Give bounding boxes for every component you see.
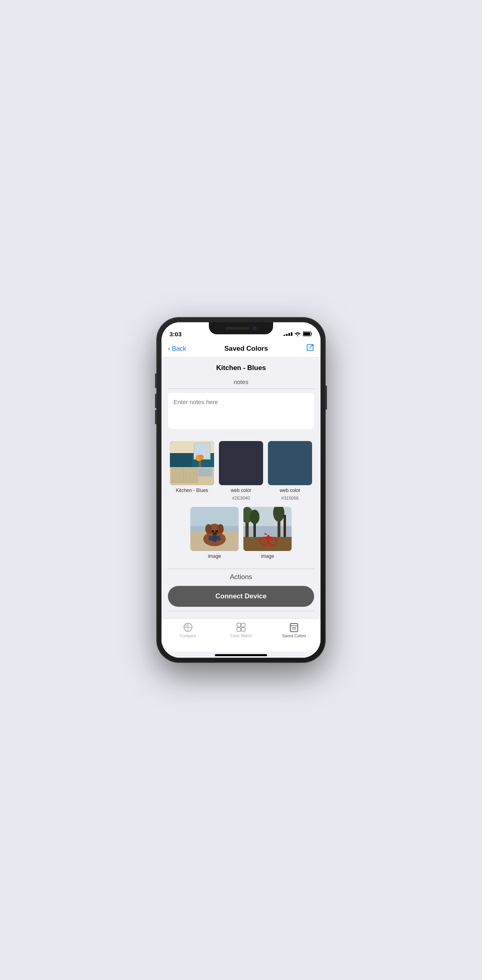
notes-divider <box>168 388 314 389</box>
tab-saved-colors[interactable]: Saved Colors <box>268 622 321 638</box>
image-item-dog[interactable]: image <box>190 507 239 559</box>
svg-rect-10 <box>185 468 197 482</box>
color-item-kitchen[interactable]: Kitchen - Blues <box>170 441 214 500</box>
kitchen-swatch <box>170 441 214 485</box>
notes-label: notes <box>168 378 314 385</box>
dog-thumb <box>190 507 239 551</box>
svg-point-0 <box>297 335 298 336</box>
status-icons <box>284 331 312 336</box>
camera <box>253 326 257 330</box>
back-label[interactable]: Back <box>172 345 186 352</box>
svg-point-26 <box>216 531 218 532</box>
signal-icon <box>284 332 292 336</box>
compare-icon <box>183 622 193 632</box>
svg-rect-12 <box>170 453 192 467</box>
color-row-1: Kitchen - Blues web color #2E3040 web co… <box>170 441 312 500</box>
tab-color-match-label: Color Match <box>230 634 252 638</box>
color-sublabel-navy: #2E3040 <box>232 496 250 500</box>
phone-frame: 3:03 <box>157 317 325 663</box>
content-area: Kitchen - Blues notes <box>161 358 321 618</box>
svg-line-48 <box>265 533 266 534</box>
screen: 3:03 <box>161 322 321 658</box>
svg-point-36 <box>250 510 259 524</box>
status-time: 3:03 <box>170 331 182 338</box>
actions-section: Actions Connect Device <box>161 565 321 618</box>
tab-bar: Compare Color Match <box>161 618 321 652</box>
actions-divider-top <box>168 569 314 569</box>
back-chevron-icon: ‹ <box>168 344 170 353</box>
actions-label: Actions <box>168 573 314 581</box>
battery-icon <box>303 331 312 336</box>
color-item-navy[interactable]: web color #2E3040 <box>219 441 263 500</box>
svg-rect-39 <box>284 515 286 537</box>
notes-section: notes <box>161 378 321 437</box>
color-item-blue[interactable]: web color #315066 <box>268 441 312 500</box>
home-indicator <box>215 654 267 656</box>
dog-image <box>190 507 239 551</box>
image-label-forest: image <box>261 553 274 559</box>
wifi-icon <box>294 331 301 336</box>
forest-image <box>243 507 292 551</box>
collection-title: Kitchen - Blues <box>161 358 321 378</box>
image-label-dog: image <box>208 553 221 559</box>
forest-thumb <box>243 507 292 551</box>
color-label-navy: web color <box>231 488 251 493</box>
nav-bar: ‹ Back Saved Colors <box>161 340 321 358</box>
image-item-forest[interactable]: image <box>243 507 292 559</box>
svg-rect-2 <box>303 332 310 335</box>
notes-input[interactable] <box>168 393 314 429</box>
svg-rect-29 <box>212 534 216 542</box>
svg-rect-50 <box>237 623 241 627</box>
actions-divider-bottom <box>168 611 314 611</box>
svg-rect-9 <box>172 468 184 482</box>
navy-swatch <box>219 441 263 485</box>
speaker <box>225 327 249 329</box>
svg-rect-52 <box>237 628 241 631</box>
tab-saved-colors-label: Saved Colors <box>282 634 306 638</box>
color-sublabel-blue: #315066 <box>282 496 299 500</box>
svg-rect-11 <box>198 468 212 476</box>
tab-compare[interactable]: Compare <box>161 622 214 638</box>
share-button[interactable] <box>306 344 314 354</box>
color-grid: Kitchen - Blues web color #2E3040 web co… <box>161 437 321 507</box>
svg-rect-53 <box>241 628 245 631</box>
notch <box>209 322 273 334</box>
color-label-kitchen: Kitchen - Blues <box>176 488 208 493</box>
tab-color-match[interactable]: Color Match <box>214 622 268 638</box>
blue-swatch <box>268 441 312 485</box>
color-label-blue: web color <box>280 488 300 493</box>
phone-screen: 3:03 <box>161 322 321 658</box>
image-row: image <box>161 507 321 565</box>
color-match-icon <box>236 622 246 632</box>
kitchen-image <box>170 441 214 485</box>
connect-device-button[interactable]: Connect Device <box>168 586 314 607</box>
svg-point-15 <box>199 455 204 460</box>
saved-colors-icon <box>289 622 299 632</box>
svg-point-25 <box>212 531 214 532</box>
back-button[interactable]: ‹ Back <box>168 344 186 353</box>
page-title-nav: Saved Colors <box>224 345 268 353</box>
svg-rect-51 <box>241 623 245 627</box>
tab-compare-label: Compare <box>180 634 196 638</box>
